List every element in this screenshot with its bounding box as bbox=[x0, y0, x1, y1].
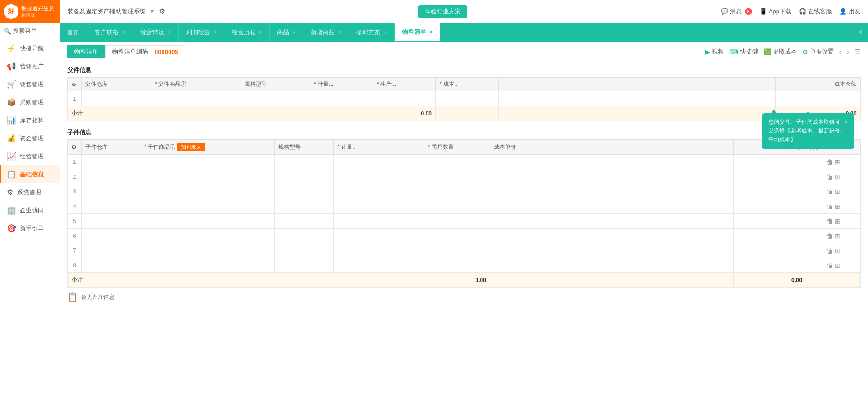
child-row-7-unit[interactable] bbox=[333, 243, 387, 258]
child-row-6-unit[interactable] bbox=[333, 229, 387, 243]
settings-icon[interactable]: ⚙ bbox=[159, 7, 165, 16]
child-row-4-qty[interactable] bbox=[424, 199, 490, 214]
child-row-4-copy-icon[interactable]: ⊞ bbox=[835, 203, 840, 210]
sub-tab-bom-code[interactable]: 物料清单编码 0000005 bbox=[105, 45, 185, 58]
child-row-4-spec[interactable] bbox=[275, 199, 333, 214]
child-row-7-delete-icon[interactable]: 🗑 bbox=[826, 247, 833, 254]
child-row-8-unit[interactable] bbox=[333, 258, 387, 273]
tab-bom[interactable]: 物料清单 × bbox=[395, 23, 440, 42]
single-settings-button[interactable]: ⚙ 单据设置 bbox=[802, 48, 834, 56]
child-row-5-delete-icon[interactable]: 🗑 bbox=[826, 218, 833, 225]
child-row-1-goods[interactable] bbox=[140, 155, 275, 169]
child-row-2-warehouse[interactable] bbox=[82, 169, 140, 184]
tab-new-goods[interactable]: 新增商品 × bbox=[303, 23, 349, 42]
tab-goods[interactable]: 商品 × bbox=[270, 23, 303, 42]
tab-close-icon[interactable]: × bbox=[214, 30, 217, 35]
child-row-6-delete-icon[interactable]: 🗑 bbox=[826, 232, 833, 240]
child-row-2-delete-icon[interactable]: 🗑 bbox=[826, 173, 833, 181]
child-row-2-unit-cost[interactable] bbox=[490, 169, 549, 184]
tab-history[interactable]: 经营历程 × bbox=[224, 23, 270, 42]
sidebar-item-basic-info[interactable]: 📋 基础信息 bbox=[0, 165, 60, 183]
child-row-4-warehouse[interactable] bbox=[82, 199, 140, 214]
child-row-8-delete-icon[interactable]: 🗑 bbox=[826, 262, 833, 269]
parent-row-1-goods[interactable] bbox=[151, 91, 241, 106]
tab-close-icon[interactable]: × bbox=[384, 30, 387, 35]
child-row-2-spec[interactable] bbox=[275, 169, 333, 184]
tab-close-icon[interactable]: × bbox=[293, 30, 295, 35]
sidebar-item-sales[interactable]: 🛒 销售管理 bbox=[0, 75, 60, 93]
sidebar-item-quick-nav[interactable]: ⚡ 快捷导航 bbox=[0, 39, 60, 57]
child-row-7-warehouse[interactable] bbox=[82, 243, 140, 258]
parent-row-1-warehouse[interactable] bbox=[82, 91, 151, 106]
child-col-settings[interactable]: ⚙ bbox=[68, 140, 82, 155]
pager-prev-icon[interactable]: ‹ bbox=[839, 48, 842, 55]
app-download-button[interactable]: 📱 App下载 bbox=[760, 7, 791, 16]
child-row-3-qty[interactable] bbox=[424, 184, 490, 199]
child-row-1-spec[interactable] bbox=[275, 155, 333, 169]
child-row-1-unit[interactable] bbox=[333, 155, 387, 169]
sidebar-item-enterprise[interactable]: 🏢 企业协同 bbox=[0, 201, 60, 219]
child-row-4-unit-cost[interactable] bbox=[490, 199, 549, 214]
child-row-3-unit-cost[interactable] bbox=[490, 184, 549, 199]
sidebar-item-inventory[interactable]: 📊 库存核算 bbox=[0, 111, 60, 129]
child-row-8-copy-icon[interactable]: ⊞ bbox=[835, 262, 840, 269]
child-row-6-warehouse[interactable] bbox=[82, 229, 140, 243]
sub-tab-bom-list[interactable]: 物料清单 bbox=[67, 45, 105, 58]
child-row-3-spec[interactable] bbox=[275, 184, 333, 199]
tab-close-active-icon[interactable]: × bbox=[430, 30, 433, 35]
child-row-2-copy-icon[interactable]: ⊞ bbox=[835, 173, 840, 181]
child-row-5-spec[interactable] bbox=[275, 214, 333, 229]
child-row-4-goods[interactable] bbox=[140, 199, 275, 214]
child-row-2-unit[interactable] bbox=[333, 169, 387, 184]
parent-row-1-unit[interactable] bbox=[310, 91, 373, 106]
sidebar-item-marketing[interactable]: 📢 营销推广 bbox=[0, 57, 60, 75]
video-button[interactable]: ▶ 视频 bbox=[705, 48, 724, 56]
experience-button[interactable]: 体验行业方案 bbox=[418, 5, 467, 18]
child-row-7-qty[interactable] bbox=[424, 243, 490, 258]
parent-row-1-production[interactable] bbox=[373, 91, 435, 106]
tab-close-icon[interactable]: × bbox=[122, 30, 125, 35]
child-row-3-copy-icon[interactable]: ⊞ bbox=[835, 188, 840, 195]
tab-customer[interactable]: 客户联络 × bbox=[87, 23, 133, 42]
sidebar-item-system[interactable]: ⚙ 系统管理 bbox=[0, 183, 60, 201]
child-row-5-unit-cost[interactable] bbox=[490, 214, 549, 229]
parent-row-1-spec[interactable] bbox=[241, 91, 310, 106]
tab-operations[interactable]: 经营情况 × bbox=[133, 23, 179, 42]
child-row-5-unit[interactable] bbox=[333, 214, 387, 229]
child-row-5-qty[interactable] bbox=[424, 214, 490, 229]
child-row-2-qty[interactable] bbox=[424, 169, 490, 184]
parent-row-1-cost-type[interactable] bbox=[435, 91, 498, 106]
child-row-6-spec[interactable] bbox=[275, 229, 333, 243]
child-row-6-goods[interactable] bbox=[140, 229, 275, 243]
user-avatar[interactable]: 👤 用友 bbox=[839, 7, 861, 16]
tab-close-icon[interactable]: × bbox=[338, 30, 341, 35]
tab-barcode[interactable]: 条码方案 × bbox=[349, 23, 395, 42]
child-row-8-unit-cost[interactable] bbox=[490, 258, 549, 273]
tab-close-icon[interactable]: × bbox=[168, 30, 171, 35]
child-row-1-warehouse[interactable] bbox=[82, 155, 140, 169]
parent-col-settings[interactable]: ⚙ bbox=[68, 78, 82, 91]
sidebar-item-purchase[interactable]: 📦 采购管理 bbox=[0, 93, 60, 111]
child-row-4-unit[interactable] bbox=[333, 199, 387, 214]
dropdown-arrow-icon[interactable]: ▼ bbox=[149, 8, 155, 15]
child-row-3-goods[interactable] bbox=[140, 184, 275, 199]
grid-view-icon[interactable]: ☰ bbox=[855, 48, 861, 55]
tooltip-close-button[interactable]: × bbox=[844, 118, 848, 127]
online-service-button[interactable]: 🎧 在线客服 bbox=[799, 7, 832, 16]
close-all-tabs-icon[interactable]: × bbox=[853, 28, 868, 36]
shortcut-button[interactable]: ⌨ 快捷键 bbox=[729, 48, 758, 56]
child-row-5-warehouse[interactable] bbox=[82, 214, 140, 229]
sidebar-item-operations[interactable]: 📈 经营管理 bbox=[0, 147, 60, 165]
pager-next-icon[interactable]: › bbox=[847, 48, 849, 55]
extract-cost-button[interactable]: 💹 提取成本 bbox=[764, 48, 797, 56]
child-row-7-goods[interactable] bbox=[140, 243, 275, 258]
sidebar-search[interactable]: 🔍 搜索菜单 bbox=[0, 23, 60, 39]
child-row-6-qty[interactable] bbox=[424, 229, 490, 243]
child-row-8-warehouse[interactable] bbox=[82, 258, 140, 273]
child-row-1-unit-cost[interactable] bbox=[490, 155, 549, 169]
child-row-1-qty[interactable] bbox=[424, 155, 490, 169]
message-button[interactable]: 💬 消息 6 bbox=[721, 7, 752, 16]
child-row-3-unit[interactable] bbox=[333, 184, 387, 199]
child-row-1-copy-icon[interactable]: ⊞ bbox=[835, 158, 840, 166]
sidebar-item-guide[interactable]: 🎯 新手引导 bbox=[0, 219, 60, 237]
